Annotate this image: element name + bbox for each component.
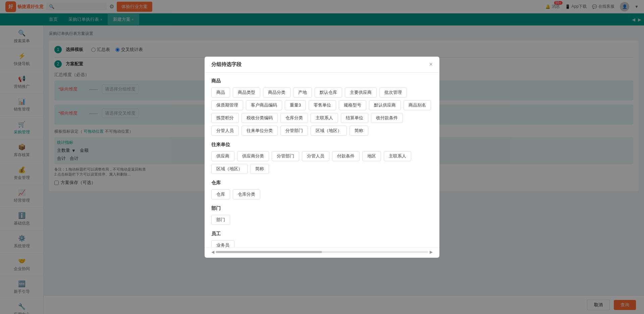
field-tag-product-1[interactable]: 商品类型	[233, 87, 260, 98]
field-tags-employee: 业务员	[211, 240, 433, 247]
field-group-employee: 员工 业务员	[211, 231, 433, 247]
field-tag-product-3[interactable]: 产地	[293, 87, 312, 98]
field-tag-product-2[interactable]: 商品分类	[263, 87, 290, 98]
field-group-dept: 部门 部门	[211, 205, 433, 225]
field-tag-product-4[interactable]: 默认仓库	[315, 87, 342, 98]
field-tag-partner-0[interactable]: 供应商	[211, 151, 234, 161]
field-tag-product-19[interactable]: 收付款条件	[371, 113, 403, 123]
field-tag-product-5[interactable]: 主要供应商	[345, 87, 377, 98]
scroll-left-arrow[interactable]: ◀	[211, 250, 214, 254]
modal-close-button[interactable]: ×	[429, 61, 433, 67]
field-group-dept-title: 部门	[211, 205, 433, 211]
field-tag-product-13[interactable]: 商品别名	[404, 100, 431, 110]
field-tag-product-18[interactable]: 结算单位	[341, 113, 368, 123]
field-group-partner: 往来单位 供应商 供应商分类 分管部门 分管人员 付款条件 地区 主联系人 区域…	[211, 142, 433, 174]
field-tags-product: 商品 商品类型 商品分类 产地 默认仓库 主要供应商 批次管理 保质期管理 客户…	[211, 87, 433, 136]
field-tags-partner: 供应商 供应商分类 分管部门 分管人员 付款条件 地区 主联系人 区域（地区） …	[211, 151, 433, 174]
field-tag-partner-6[interactable]: 主联系人	[384, 151, 411, 161]
field-tag-product-16[interactable]: 仓库分类	[280, 113, 308, 123]
field-tag-warehouse-0[interactable]: 仓库	[211, 189, 230, 199]
modal-scrollbar-row: ◀ ▶	[205, 247, 439, 258]
field-tag-partner-4[interactable]: 付款条件	[332, 151, 360, 161]
field-tag-partner-3[interactable]: 分管人员	[302, 151, 329, 161]
field-tag-product-9[interactable]: 重量3	[285, 100, 306, 110]
field-group-product: 商品 商品 商品类型 商品分类 产地 默认仓库 主要供应商 批次管理 保质期管理…	[211, 78, 433, 136]
field-tag-product-7[interactable]: 保质期管理	[211, 100, 243, 110]
field-tag-product-14[interactable]: 拣货积分	[211, 113, 239, 123]
field-group-warehouse: 仓库 仓库 仓库分类	[211, 180, 433, 199]
field-tag-product-17[interactable]: 主联系人	[311, 113, 338, 123]
field-tag-product-15[interactable]: 税收分类编码	[241, 113, 278, 123]
field-group-partner-title: 往来单位	[211, 142, 433, 148]
field-tag-product-0[interactable]: 商品	[211, 87, 230, 98]
field-tag-product-12[interactable]: 默认供应商	[369, 100, 401, 110]
field-tag-partner-1[interactable]: 供应商分类	[237, 151, 269, 161]
scrollbar-track[interactable]	[216, 251, 428, 253]
field-group-product-title: 商品	[211, 78, 433, 84]
modal-overlay[interactable]: 分组待选字段 × 商品 商品 商品类型 商品分类 产地 默认仓库 主要供应商 批…	[0, 0, 644, 314]
field-tag-product-8[interactable]: 客户商品编码	[246, 100, 282, 110]
modal-title: 分组待选字段	[211, 61, 241, 68]
field-tags-dept: 部门	[211, 215, 433, 225]
field-tag-partner-7[interactable]: 区域（地区）	[211, 164, 248, 174]
field-tag-product-10[interactable]: 零售单位	[309, 100, 336, 110]
field-tag-product-22[interactable]: 分管部门	[280, 126, 308, 136]
field-tag-product-6[interactable]: 批次管理	[379, 87, 407, 98]
field-tag-partner-2[interactable]: 分管部门	[272, 151, 299, 161]
field-tag-product-11[interactable]: 规格型号	[339, 100, 366, 110]
field-tag-employee-0[interactable]: 业务员	[211, 240, 234, 247]
field-tag-partner-5[interactable]: 地区	[362, 151, 381, 161]
modal-header: 分组待选字段 ×	[205, 57, 439, 73]
field-tag-dept-0[interactable]: 部门	[211, 215, 230, 225]
field-group-warehouse-title: 仓库	[211, 180, 433, 186]
field-select-modal: 分组待选字段 × 商品 商品 商品类型 商品分类 产地 默认仓库 主要供应商 批…	[205, 57, 439, 258]
field-tag-product-21[interactable]: 往来单位分类	[241, 126, 278, 136]
field-tag-product-20[interactable]: 分管人员	[211, 126, 239, 136]
field-group-employee-title: 员工	[211, 231, 433, 237]
modal-body: 商品 商品 商品类型 商品分类 产地 默认仓库 主要供应商 批次管理 保质期管理…	[205, 73, 439, 247]
field-tags-warehouse: 仓库 仓库分类	[211, 189, 433, 199]
field-tag-warehouse-1[interactable]: 仓库分类	[233, 189, 260, 199]
scrollbar-thumb	[216, 251, 322, 253]
scroll-right-arrow[interactable]: ▶	[430, 250, 433, 254]
field-tag-partner-8[interactable]: 简称	[250, 164, 269, 174]
field-tag-product-24[interactable]: 简称	[350, 126, 368, 136]
field-tag-product-23[interactable]: 区域（地区）	[311, 126, 347, 136]
